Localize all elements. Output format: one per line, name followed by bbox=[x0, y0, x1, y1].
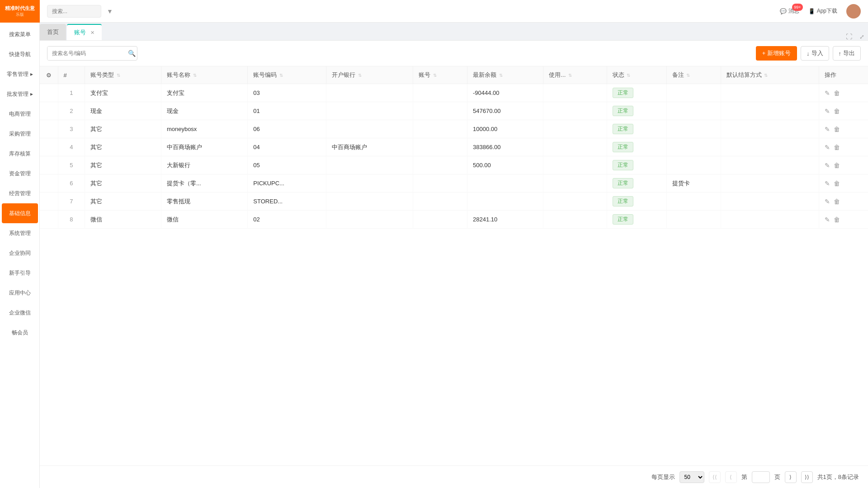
delete-icon[interactable]: 🗑 bbox=[834, 162, 840, 169]
delete-icon[interactable]: 🗑 bbox=[834, 180, 840, 187]
sidebar-item-system[interactable]: 系统管理 bbox=[0, 223, 40, 243]
row-account-no bbox=[413, 120, 467, 138]
th-account-code[interactable]: 账号编码 ⇅ bbox=[248, 66, 326, 84]
row-action: ✎ 🗑 bbox=[819, 138, 868, 156]
sidebar-item-finance[interactable]: 资金管理 bbox=[0, 164, 40, 183]
header-dropdown-icon[interactable]: ▼ bbox=[107, 8, 113, 15]
add-account-button[interactable]: + 新增账号 bbox=[756, 46, 797, 61]
row-account-code: PICKUPC... bbox=[248, 174, 326, 192]
account-table: ⚙ # 账号类型 ⇅ 账号名称 ⇅ 账号编码 ⇅ 开户银行 ⇅ 账号 ⇅ 最新余… bbox=[40, 66, 868, 229]
sidebar-item-purchase[interactable]: 采购管理 bbox=[0, 124, 40, 144]
table-row: 2 现金 现金 01 547670.00 正常 ✎ 🗑 bbox=[40, 102, 868, 120]
sidebar-item-retail[interactable]: 零售管理 ▸ bbox=[0, 64, 40, 84]
sidebar-item-ecommerce[interactable]: 电商管理 bbox=[0, 104, 40, 124]
tab-account[interactable]: 账号 ✕ bbox=[67, 24, 102, 40]
sidebar-item-wholesale[interactable]: 批发管理 ▸ bbox=[0, 84, 40, 104]
app-download-button[interactable]: 📱 App下载 bbox=[808, 7, 837, 15]
app-download-icon: 📱 bbox=[808, 8, 815, 14]
row-settings bbox=[40, 102, 58, 120]
th-bank[interactable]: 开户银行 ⇅ bbox=[326, 66, 413, 84]
edit-icon[interactable]: ✎ bbox=[825, 216, 830, 223]
sidebar-item-shortcut[interactable]: 快捷导航 bbox=[0, 44, 40, 64]
th-account-type[interactable]: 账号类型 ⇅ bbox=[85, 66, 161, 84]
row-status: 正常 bbox=[607, 138, 666, 156]
user-avatar[interactable] bbox=[846, 4, 861, 19]
header-search-input[interactable] bbox=[47, 5, 101, 18]
table-row: 4 其它 中百商场账户 04 中百商场账户 383866.00 正常 ✎ 🗑 bbox=[40, 138, 868, 156]
page-size-select[interactable]: 50 100 200 bbox=[679, 471, 704, 483]
toolbar-right: + 新增账号 ↓ 导入 ↑ 导出 bbox=[756, 46, 861, 61]
message-button[interactable]: 💬 消息 99+ bbox=[780, 7, 799, 15]
edit-icon[interactable]: ✎ bbox=[825, 198, 830, 205]
delete-icon[interactable]: 🗑 bbox=[834, 108, 840, 115]
th-account-name[interactable]: 账号名称 ⇅ bbox=[161, 66, 247, 84]
search-input[interactable] bbox=[47, 47, 124, 60]
row-account-name: 零售抵现 bbox=[161, 192, 247, 211]
row-account-name: moneybosx bbox=[161, 120, 247, 138]
row-account-name: 大新银行 bbox=[161, 156, 247, 174]
row-action: ✎ 🗑 bbox=[819, 211, 868, 229]
page-number-input[interactable]: 1 bbox=[752, 471, 770, 483]
row-account-code: 04 bbox=[248, 138, 326, 156]
app-logo: 精准时代生意 乐版 bbox=[0, 0, 40, 23]
row-bank bbox=[326, 84, 413, 102]
status-badge: 正常 bbox=[613, 106, 633, 116]
edit-icon[interactable]: ✎ bbox=[825, 162, 830, 169]
table-row: 3 其它 moneybosx 06 10000.00 正常 ✎ 🗑 bbox=[40, 120, 868, 138]
tab-home[interactable]: 首页 bbox=[40, 24, 66, 40]
tab-fullscreen-icon[interactable]: ⤢ bbox=[856, 33, 868, 40]
sidebar-item-member[interactable]: 畅会员 bbox=[0, 323, 40, 343]
edit-icon[interactable]: ✎ bbox=[825, 180, 830, 187]
row-account-code: 01 bbox=[248, 102, 326, 120]
page-prev-button[interactable]: ⟨ bbox=[725, 471, 737, 483]
sidebar-item-new-guide[interactable]: 新手引导 bbox=[0, 263, 40, 283]
row-usage bbox=[543, 102, 607, 120]
row-settings bbox=[40, 174, 58, 192]
row-settlement bbox=[721, 174, 819, 192]
tab-account-close[interactable]: ✕ bbox=[90, 30, 94, 36]
row-account-type: 支付宝 bbox=[85, 84, 161, 102]
table-row: 5 其它 大新银行 05 500.00 正常 ✎ 🗑 bbox=[40, 156, 868, 174]
row-usage bbox=[543, 156, 607, 174]
sidebar-item-inventory[interactable]: 库存核算 bbox=[0, 144, 40, 164]
import-icon: ↓ bbox=[807, 50, 810, 57]
export-button[interactable]: ↑ 导出 bbox=[833, 46, 861, 61]
page-last-button[interactable]: ⟩⟩ bbox=[801, 471, 813, 483]
row-settings bbox=[40, 192, 58, 211]
th-usage[interactable]: 使用... ⇅ bbox=[543, 66, 607, 84]
search-button[interactable]: 🔍 bbox=[124, 50, 137, 57]
th-settlement[interactable]: 默认结算方式 ⇅ bbox=[721, 66, 819, 84]
edit-icon[interactable]: ✎ bbox=[825, 126, 830, 133]
row-settings bbox=[40, 120, 58, 138]
row-settings bbox=[40, 84, 58, 102]
th-account-no[interactable]: 账号 ⇅ bbox=[413, 66, 467, 84]
sidebar-item-enterprise-wechat[interactable]: 企业微信 bbox=[0, 303, 40, 323]
edit-icon[interactable]: ✎ bbox=[825, 89, 830, 97]
sidebar-item-app-center[interactable]: 应用中心 bbox=[0, 283, 40, 303]
delete-icon[interactable]: 🗑 bbox=[834, 216, 840, 223]
sidebar-item-enterprise-agreement[interactable]: 企业协同 bbox=[0, 243, 40, 263]
delete-icon[interactable]: 🗑 bbox=[834, 89, 840, 97]
row-account-name: 中百商场账户 bbox=[161, 138, 247, 156]
delete-icon[interactable]: 🗑 bbox=[834, 126, 840, 133]
page-next-button[interactable]: ⟩ bbox=[785, 471, 797, 483]
th-note[interactable]: 备注 ⇅ bbox=[666, 66, 721, 84]
row-account-no bbox=[413, 102, 467, 120]
row-account-name: 微信 bbox=[161, 211, 247, 229]
th-balance[interactable]: 最新余额 ⇅ bbox=[467, 66, 543, 84]
top-header: ▼ 💬 消息 99+ 📱 App下载 bbox=[40, 0, 868, 23]
sidebar-item-operation[interactable]: 经营管理 bbox=[0, 183, 40, 203]
th-settings[interactable]: ⚙ bbox=[40, 66, 58, 84]
row-action: ✎ 🗑 bbox=[819, 192, 868, 211]
sidebar-item-basic-info[interactable]: 基础信息 bbox=[2, 203, 38, 223]
import-button[interactable]: ↓ 导入 bbox=[801, 46, 829, 61]
edit-icon[interactable]: ✎ bbox=[825, 144, 830, 151]
delete-icon[interactable]: 🗑 bbox=[834, 198, 840, 205]
row-note bbox=[666, 192, 721, 211]
edit-icon[interactable]: ✎ bbox=[825, 108, 830, 115]
delete-icon[interactable]: 🗑 bbox=[834, 144, 840, 151]
th-status[interactable]: 状态 ⇅ bbox=[607, 66, 666, 84]
tab-expand-icon[interactable]: ⛶ bbox=[842, 33, 856, 40]
page-first-button[interactable]: ⟨⟨ bbox=[709, 471, 721, 483]
sidebar-item-search-menu[interactable]: 搜索菜单 bbox=[0, 24, 40, 44]
